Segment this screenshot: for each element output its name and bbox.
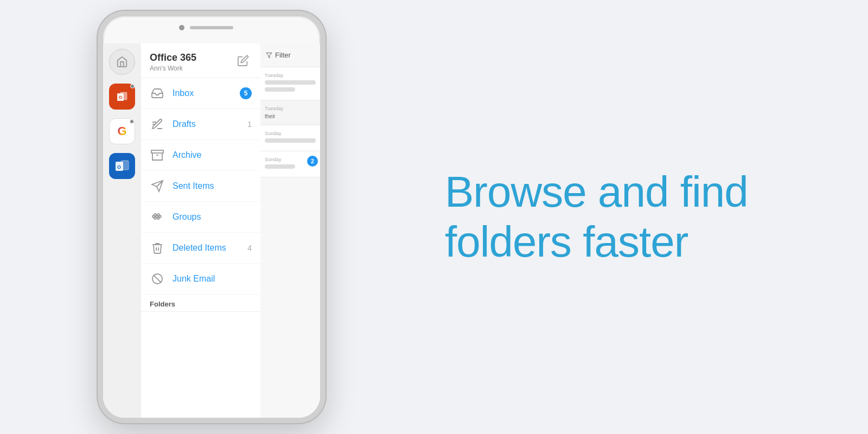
inbox-icon-container [150,86,165,101]
phone: O G O [98,11,326,423]
email-text-2: their [265,113,316,119]
svg-rect-4 [121,161,129,170]
email-panel: Filter Tuesday Tuesday their Sunday [260,43,320,418]
deleted-count: 4 [247,244,252,252]
drafts-count: 1 [247,120,252,129]
folder-name-groups: Groups [173,212,252,222]
hero-line2: folders faster [445,218,688,266]
folder-name-sent: Sent Items [173,181,252,191]
email-day-2: Tuesday [265,106,316,111]
notification-dot-google [130,119,134,124]
folder-item-inbox[interactable]: Inbox 5 [141,78,260,109]
drafts-icon [151,118,164,131]
app-sidebar: O G O [103,43,141,418]
filter-icon [266,52,272,59]
folder-name-junk: Junk Email [173,274,252,284]
outlook-app-icon[interactable]: O [109,153,135,179]
deleted-icon-container [150,240,165,256]
google-app-icon[interactable]: G [109,118,135,144]
email-badge-4: 2 [307,156,318,167]
folders-section-header: Folders [141,295,260,312]
notification-dot-office [130,84,135,88]
svg-text:O: O [117,164,121,170]
svg-point-18 [159,215,161,218]
account-subtitle: Ann's Work [150,65,196,72]
svg-rect-8 [151,150,163,153]
drafts-icon-container [150,117,165,132]
phone-button-silent [98,146,99,176]
phone-speaker [190,26,233,29]
sent-icon-container [150,178,165,194]
hero-panel: Browse and find folders faster [445,167,825,267]
email-line-3 [265,138,316,143]
email-day-1: Tuesday [265,73,316,78]
archive-icon [151,149,164,162]
email-preview-3: Sunday [260,125,320,151]
folder-header: Office 365 Ann's Work [141,43,260,78]
email-preview-3-header: Sunday [265,131,316,136]
home-icon [116,56,128,68]
inbox-badge: 5 [240,87,252,99]
folder-item-archive[interactable]: Archive [141,140,260,171]
folder-item-drafts[interactable]: Drafts 1 [141,109,260,140]
junk-icon-container [150,271,165,286]
sent-icon [151,180,164,193]
deleted-icon [151,241,164,254]
folder-item-deleted[interactable]: Deleted Items 4 [141,233,260,264]
office-app-icon[interactable]: O [109,84,135,110]
hero-line1: Browse and find [445,168,748,216]
phone-screen: O G O [103,43,320,418]
folder-name-inbox: Inbox [173,88,232,98]
hero-text: Browse and find folders faster [445,167,825,267]
compose-icon [237,55,249,67]
archive-icon-container [150,148,165,163]
account-name: Office 365 [150,52,196,63]
google-icon: G [117,124,126,138]
folder-name-drafts: Drafts [173,119,240,129]
email-line-1 [265,80,316,85]
inbox-icon [151,87,164,100]
phone-camera [179,25,184,30]
home-button[interactable] [109,49,135,75]
folder-name-deleted: Deleted Items [173,243,240,253]
svg-point-16 [156,215,158,218]
email-panel-filter: Filter [260,43,320,67]
filter-label: Filter [275,51,291,59]
folder-name-archive: Archive [173,150,252,160]
groups-icon [151,210,164,224]
phone-button-volume-down [98,108,99,138]
svg-line-20 [154,275,161,283]
folder-panel: Office 365 Ann's Work [141,43,260,418]
svg-marker-21 [266,53,272,58]
phone-button-power [324,114,326,155]
email-preview-1: Tuesday [260,67,320,100]
phone-wrapper: O G O [54,0,369,434]
email-line-2 [265,87,295,92]
folder-item-sent[interactable]: Sent Items [141,171,260,202]
email-preview-4: 2 Sunday [260,151,320,177]
folder-list: Inbox 5 Drafts [141,78,260,418]
phone-button-volume-up [98,81,99,100]
groups-icon-container [150,209,165,225]
email-day-3: Sunday [265,131,282,136]
email-preview-2: Tuesday their [260,100,320,125]
compose-button[interactable] [234,52,252,69]
junk-icon [151,272,164,285]
svg-text:O: O [119,95,122,100]
email-line-4 [265,164,295,169]
folder-item-groups[interactable]: Groups [141,202,260,233]
folder-item-junk[interactable]: Junk Email [141,264,260,295]
outlook-icon: O [114,158,130,174]
account-info: Office 365 Ann's Work [150,52,196,72]
office-icon: O [116,90,129,103]
svg-point-17 [152,215,155,218]
